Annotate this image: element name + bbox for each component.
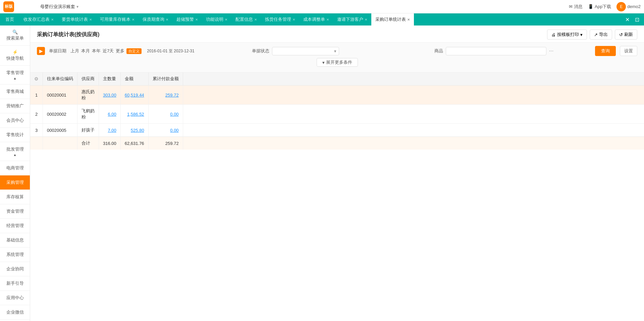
- sidebar-item-new-guide[interactable]: 新手引导: [0, 276, 30, 291]
- nav-expand-btn[interactable]: ⊡: [633, 16, 641, 23]
- close-icon[interactable]: ✕: [254, 18, 257, 21]
- sidebar: 🔍 搜索菜单 ⚡ 快捷导航 零售管理 ▲ 零售商城 营销推广 会员中心 零售统计…: [0, 25, 30, 321]
- workspace-selector[interactable]: 母婴行业演示账套 ▾: [34, 4, 569, 10]
- close-icon[interactable]: ✕: [51, 18, 54, 21]
- app-download-btn[interactable]: 📱 App下载: [588, 4, 611, 10]
- tab-receive-summary[interactable]: 收发存汇总表 ✕: [19, 13, 58, 25]
- nav-end-controls: ✕ ⊡: [623, 16, 644, 23]
- qty-link[interactable]: 6.00: [108, 112, 116, 117]
- page-actions: 🖨 按模板打印 ▾ ↗ 导出 ↺ 刷新: [547, 30, 637, 40]
- sidebar-item-purchase[interactable]: 采购管理: [0, 175, 30, 190]
- close-icon[interactable]: ✕: [292, 18, 295, 21]
- sidebar-item-retail-shop[interactable]: 零售商城: [0, 85, 30, 99]
- tab-home[interactable]: 首页: [0, 13, 19, 25]
- goods-input[interactable]: [446, 47, 546, 55]
- tab-function-desc[interactable]: 功能说明 ✕: [202, 13, 231, 25]
- col-qty: 主数量: [99, 72, 121, 86]
- close-icon[interactable]: ✕: [132, 18, 135, 21]
- sidebar-item-operations[interactable]: 经营管理: [0, 219, 30, 233]
- phone-icon: 📱: [588, 4, 593, 9]
- sidebar-item-inventory[interactable]: 库存核算: [0, 190, 30, 204]
- shortcut-more[interactable]: 更多: [116, 48, 124, 54]
- sidebar-item-members[interactable]: 会员中心: [0, 113, 30, 128]
- sidebar-item-search[interactable]: 🔍 搜索菜单: [0, 25, 30, 46]
- close-icon[interactable]: ✕: [225, 18, 227, 21]
- amount-link[interactable]: 1,586.52: [127, 112, 144, 117]
- close-icon[interactable]: ✕: [326, 18, 329, 21]
- expand-more-btn[interactable]: ▾ 展开更多条件: [317, 58, 358, 67]
- amount-link[interactable]: 60,519.44: [125, 93, 144, 98]
- messages-btn[interactable]: ✉ 消息: [569, 4, 583, 10]
- footer-qty: 316.00: [99, 137, 121, 150]
- tab-purchase-order-stats[interactable]: 采购订单统计表 ✕: [371, 13, 414, 25]
- footer-no: [30, 137, 43, 150]
- qty-link[interactable]: 7.00: [108, 128, 116, 133]
- sidebar-item-retail-stats[interactable]: 零售统计: [0, 128, 30, 142]
- sidebar-item-marketing[interactable]: 营销推广: [0, 99, 30, 113]
- shortcut-last-month[interactable]: 上月: [70, 48, 79, 54]
- shortcut-this-month[interactable]: 本月: [81, 48, 90, 54]
- cell-code: 00020002: [43, 105, 77, 124]
- paid-link[interactable]: 0.00: [170, 112, 178, 117]
- tab-cost-adjust[interactable]: 成本调整单 ✕: [299, 13, 333, 25]
- table-footer-row: 合计 316.00 62,631.76 259.72: [30, 137, 644, 150]
- nav-tabs: 首页 收发存汇总表 ✕ 要货单统计表 ✕ 可用量库存账本 ✕ 保质期查询 ✕ 超…: [0, 13, 644, 25]
- sidebar-item-sys-mgmt[interactable]: 系统管理: [0, 248, 30, 262]
- print-button[interactable]: 🖨 按模板打印 ▾: [547, 30, 587, 40]
- cell-no: 3: [30, 124, 43, 137]
- filter-area: ▶ 单据日期 上月 本月 本年 近7天 更多 自定义 2016-01-01 至 …: [30, 43, 644, 72]
- tab-invite-downstream[interactable]: 邀请下游客户 ✕: [333, 13, 371, 25]
- close-icon[interactable]: ✕: [166, 18, 168, 21]
- gear-icon[interactable]: ⚙: [34, 76, 39, 82]
- filter-toggle-btn[interactable]: ▶: [37, 47, 45, 55]
- close-icon[interactable]: ✕: [365, 18, 367, 21]
- table-row: 2 00020002 飞鹤奶粉 6.00 1,586.52 0.00: [30, 105, 644, 124]
- search-button[interactable]: 查询: [595, 46, 616, 56]
- sidebar-item-vip[interactable]: 畅会员: [0, 320, 30, 321]
- sidebar-item-basic-info[interactable]: 基础信息: [0, 233, 30, 248]
- sidebar-item-app-center[interactable]: 应用中心: [0, 291, 30, 305]
- printer-icon: 🖨: [551, 32, 556, 37]
- sidebar-item-enterprise-wechat[interactable]: 企业微信: [0, 305, 30, 320]
- shortcut-7days[interactable]: 近7天: [103, 48, 114, 54]
- cell-extra: [183, 105, 644, 124]
- sidebar-item-retail-mgmt[interactable]: 零售管理 ▲: [0, 66, 30, 85]
- tab-usable-inventory[interactable]: 可用量库存账本 ✕: [96, 13, 139, 25]
- table-header-row: ⚙ 往来单位编码 供应商 主数量 金额: [30, 72, 644, 86]
- sidebar-item-wholesale[interactable]: 批发管理 ▲: [0, 142, 30, 161]
- cell-code: 00020001: [43, 86, 77, 105]
- close-icon[interactable]: ✕: [195, 18, 198, 21]
- qty-link[interactable]: 303.00: [103, 93, 116, 98]
- cell-paid: 0.00: [148, 105, 183, 124]
- paid-link[interactable]: 259.72: [165, 93, 179, 98]
- shortcut-this-year[interactable]: 本年: [92, 48, 101, 54]
- sidebar-item-finance[interactable]: 资金管理: [0, 204, 30, 219]
- user-avatar[interactable]: E demo2: [616, 2, 641, 11]
- table-row: 1 00020001 惠氏奶粉 303.00 60,519.44 259.72: [30, 86, 644, 105]
- amount-link[interactable]: 525.80: [131, 128, 144, 133]
- nav-close-btn[interactable]: ✕: [623, 16, 632, 23]
- footer-supplier: 合计: [77, 137, 99, 150]
- cell-paid: 0.00: [148, 124, 183, 137]
- tab-pick-task[interactable]: 拣货任务管理 ✕: [261, 13, 299, 25]
- close-icon[interactable]: ✕: [407, 18, 410, 21]
- tab-overstock-warning[interactable]: 超储预警 ✕: [172, 13, 202, 25]
- tab-expiry-query[interactable]: 保质期查询 ✕: [139, 13, 172, 25]
- sidebar-item-shortcuts[interactable]: ⚡ 快捷导航: [0, 46, 30, 66]
- sidebar-item-ecommerce[interactable]: 电商管理: [0, 161, 30, 175]
- page-title: 采购订单统计表(按供应商): [37, 31, 100, 38]
- more-options-icon[interactable]: ···: [549, 48, 553, 54]
- paid-link[interactable]: 0.00: [170, 128, 178, 133]
- tab-config-info[interactable]: 配置信息 ✕: [231, 13, 261, 25]
- footer-extra: [183, 137, 644, 150]
- chevron-up-icon: ▲: [13, 76, 17, 80]
- settings-button[interactable]: 设置: [620, 46, 637, 56]
- date-range-display: 2016-01-01 至 2023-12-31: [147, 48, 194, 54]
- workspace-arrow-icon: ▾: [76, 4, 78, 9]
- tab-order-stats[interactable]: 要货单统计表 ✕: [58, 13, 96, 25]
- sidebar-item-enterprise-collab[interactable]: 企业协同: [0, 262, 30, 276]
- status-select[interactable]: [272, 47, 339, 55]
- export-button[interactable]: ↗ 导出: [590, 30, 612, 40]
- close-icon[interactable]: ✕: [89, 18, 92, 21]
- refresh-button[interactable]: ↺ 刷新: [615, 30, 637, 40]
